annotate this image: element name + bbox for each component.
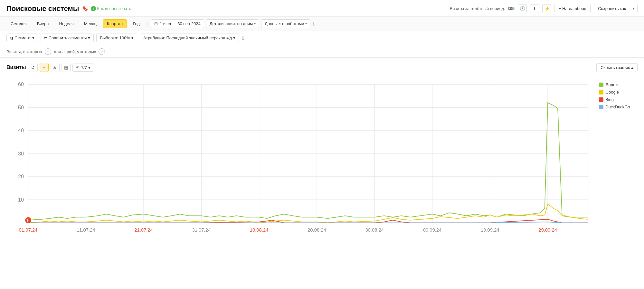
svg-text:10: 10 <box>18 197 24 203</box>
filter-bar: ◑ Сегмент ▾ ⇄ Сравнить сегменты ▾ Выборк… <box>0 31 644 45</box>
separator <box>147 21 147 27</box>
legend-google: Google <box>599 90 638 95</box>
detail-dropdown[interactable]: Детализация: по дням ▾ <box>206 19 259 28</box>
svg-text:40: 40 <box>18 127 24 133</box>
sample-dropdown[interactable]: Выборка: 100% ▾ <box>96 34 137 42</box>
period-bar: Сегодня Вчера Неделя Месяц Квартал Год ⊞… <box>0 17 644 31</box>
svg-text:31.07.24: 31.07.24 <box>192 227 211 233</box>
chevron-down-icon: ▾ <box>32 35 34 40</box>
period-today[interactable]: Сегодня <box>6 19 31 28</box>
period-week[interactable]: Неделя <box>55 19 78 28</box>
save-as-main-button[interactable]: Сохранить как <box>594 4 630 13</box>
export-icon-button[interactable]: ⬆ <box>530 4 539 13</box>
eye-icon: 👁 <box>76 65 80 70</box>
segment-text-1: Визиты, в которых <box>6 49 42 54</box>
add-to-dashboard-button[interactable]: + На дашборд <box>554 4 591 13</box>
svg-text:19.09.24: 19.09.24 <box>481 227 499 233</box>
svg-text:30.08.24: 30.08.24 <box>365 227 384 233</box>
google-color <box>599 90 603 95</box>
chart-title: Визиты <box>6 65 26 70</box>
legend-bing: Bing <box>599 97 638 102</box>
compare-segments-dropdown[interactable]: ⇄ Сравнить сегменты ▾ <box>41 34 94 42</box>
period-month[interactable]: Месяц <box>80 19 101 28</box>
chart-legend: Яндекс Google Bing DuckDuckGo <box>599 76 638 109</box>
clock-icon-button[interactable]: 🕐 <box>518 4 527 13</box>
period-yesterday[interactable]: Вчера <box>33 19 53 28</box>
chevron-down-icon: ▾ <box>254 22 256 25</box>
line-chart-button[interactable]: 〰 <box>40 63 49 72</box>
svg-text:21.07.24: 21.07.24 <box>134 227 153 233</box>
svg-text:Н: Н <box>27 218 30 222</box>
chart-wrapper: 60 50 40 30 20 10 01.07. <box>6 76 638 250</box>
chevron-down-icon: ▾ <box>88 35 90 40</box>
segment-icon: ◑ <box>10 36 13 40</box>
chevron-down-icon: ▾ <box>88 65 90 70</box>
add-segment-button-2[interactable]: + <box>99 48 105 55</box>
yandex-color <box>599 83 603 87</box>
segment-bar: Визиты, в которых + для людей, у которых… <box>0 45 644 58</box>
legend-duckduckgo: DuckDuckGo <box>599 105 638 109</box>
period-info-icon[interactable]: ℹ <box>313 21 315 26</box>
info-icon: i <box>91 6 96 11</box>
hide-chart-button[interactable]: Скрыть график ▴ <box>596 63 638 72</box>
segment-dropdown[interactable]: ◑ Сегмент ▾ <box>6 34 38 42</box>
add-segment-button-1[interactable]: + <box>45 48 51 55</box>
page-header: Поисковые системы 🔖 i Как использовать В… <box>0 0 644 17</box>
header-left: Поисковые системы 🔖 i Как использовать <box>6 5 131 13</box>
calendar-icon: ⊞ <box>154 21 158 26</box>
bar-chart-button[interactable]: ▦ <box>62 63 71 72</box>
data-dropdown[interactable]: Данные: с роботами ▾ <box>261 19 310 28</box>
chart-header: Визиты ↺ 〰 ≋ ▦ 👁 7/7 ▾ Скрыть график ▴ <box>6 63 638 72</box>
svg-text:11.07.24: 11.07.24 <box>77 227 95 233</box>
page-title: Поисковые системы <box>6 5 79 13</box>
period-quarter[interactable]: Квартал <box>103 19 127 28</box>
chart-container: 60 50 40 30 20 10 01.07. <box>6 76 592 250</box>
save-as-button-group: Сохранить как ▾ <box>594 4 638 13</box>
bing-color <box>599 97 603 102</box>
svg-text:50: 50 <box>18 105 24 110</box>
svg-text:01.07.24: 01.07.24 <box>19 227 38 233</box>
compare-icon: ⇄ <box>44 36 47 40</box>
period-year[interactable]: Год <box>129 19 144 28</box>
svg-text:10.08.24: 10.08.24 <box>250 227 269 233</box>
header-right: Визиты за отчётный период: 305 🕐 ⬆ ⚡ + Н… <box>450 4 638 13</box>
visits-label: Визиты за отчётный период: 305 <box>450 6 515 11</box>
chevron-up-icon: ▴ <box>631 65 633 70</box>
chevron-down-icon: ▾ <box>233 35 235 40</box>
svg-text:30: 30 <box>18 151 24 156</box>
svg-text:60: 60 <box>18 81 24 87</box>
series-selector[interactable]: 👁 7/7 ▾ <box>72 64 94 72</box>
duckduckgo-color <box>599 105 603 109</box>
chart-controls: ↺ 〰 ≋ ▦ 👁 7/7 ▾ <box>29 63 94 72</box>
svg-text:29.09.24: 29.09.24 <box>538 227 557 233</box>
attribution-dropdown[interactable]: Атрибуция: Последний значимый переход к/… <box>140 34 239 42</box>
svg-text:09.09.24: 09.09.24 <box>423 227 442 233</box>
refresh-button[interactable]: ↺ <box>29 63 38 72</box>
chevron-down-icon: ▾ <box>305 22 307 25</box>
bookmark-icon[interactable]: 🔖 <box>82 5 88 12</box>
svg-text:20.08.24: 20.08.24 <box>308 227 326 233</box>
area-chart-button[interactable]: ≋ <box>51 63 60 72</box>
save-as-dropdown-button[interactable]: ▾ <box>630 5 637 13</box>
chevron-down-icon: ▾ <box>131 35 134 40</box>
svg-text:20: 20 <box>18 174 24 179</box>
how-to-use-link[interactable]: i Как использовать <box>91 6 131 11</box>
compare-icon-button[interactable]: ⚡ <box>542 4 551 13</box>
legend-yandex: Яндекс <box>599 82 638 87</box>
date-range-picker[interactable]: ⊞ 1 июл — 30 сен 2024 <box>151 19 204 28</box>
visits-count: 305 <box>507 6 515 11</box>
segment-text-2: для людей, у которых <box>54 49 96 54</box>
chart-title-area: Визиты ↺ 〰 ≋ ▦ 👁 7/7 ▾ <box>6 63 94 72</box>
chart-svg: 60 50 40 30 20 10 01.07. <box>6 76 592 250</box>
chart-section: Визиты ↺ 〰 ≋ ▦ 👁 7/7 ▾ Скрыть график ▴ <box>0 58 644 250</box>
filter-info-icon[interactable]: ℹ <box>242 35 244 41</box>
